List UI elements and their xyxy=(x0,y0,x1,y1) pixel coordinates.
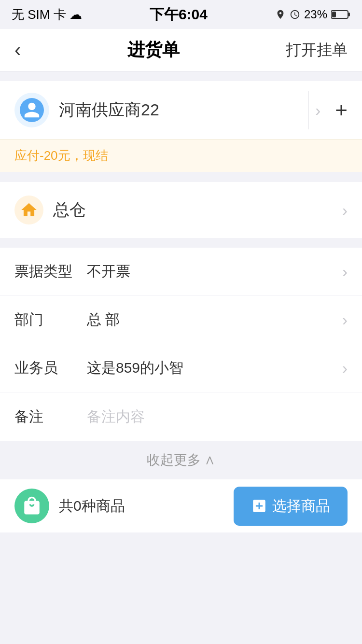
divider-1 xyxy=(0,172,362,182)
remarks-label: 备注 xyxy=(14,407,87,427)
supplier-avatar xyxy=(14,93,49,127)
page-title: 进货单 xyxy=(127,38,180,62)
supplier-chevron-icon: › xyxy=(315,101,320,120)
supplier-avatar-icon xyxy=(20,98,44,122)
select-product-button[interactable]: 选择商品 xyxy=(234,487,348,526)
invoice-type-row[interactable]: 票据类型 不开票 › xyxy=(0,248,362,296)
battery-text: 23% xyxy=(304,8,327,21)
notice-banner: 应付-20元，现结 xyxy=(0,139,362,172)
remarks-row[interactable]: 备注 备注内容 xyxy=(0,392,362,441)
nav-bar: ‹ 进货单 打开挂单 xyxy=(0,29,362,71)
location-icon xyxy=(275,9,286,20)
select-product-label: 选择商品 xyxy=(272,496,330,516)
warehouse-label: 总仓 xyxy=(53,199,342,221)
product-icon-wrap xyxy=(14,489,49,523)
svg-rect-1 xyxy=(348,13,350,16)
supplier-divider xyxy=(308,91,309,129)
shopping-bag-icon xyxy=(22,496,42,516)
invoice-type-chevron: › xyxy=(342,262,348,281)
top-divider xyxy=(0,71,362,81)
collapse-label: 收起更多 ∧ xyxy=(147,451,216,469)
remarks-input[interactable]: 备注内容 xyxy=(87,407,348,427)
sim-label: 无 SIM 卡 ☁ xyxy=(12,6,82,23)
warehouse-section[interactable]: 总仓 › xyxy=(0,182,362,238)
supplier-row[interactable]: 河南供应商22 › + xyxy=(0,81,362,139)
product-bar: 共0种商品 选择商品 xyxy=(0,479,362,532)
department-row[interactable]: 部门 总 部 › xyxy=(0,296,362,344)
person-icon xyxy=(23,101,41,119)
status-bar: 无 SIM 卡 ☁ 下午6:04 23% xyxy=(0,0,362,29)
open-pending-button[interactable]: 打开挂单 xyxy=(286,40,348,61)
salesperson-label: 业务员 xyxy=(14,358,87,378)
status-time: 下午6:04 xyxy=(150,5,208,25)
status-right: 23% xyxy=(275,8,350,21)
notice-text: 应付-20元，现结 xyxy=(14,148,108,163)
salesperson-value: 这是859的小智 xyxy=(87,358,342,378)
warehouse-icon xyxy=(20,201,38,219)
salesperson-chevron: › xyxy=(342,359,348,378)
add-supplier-button[interactable]: + xyxy=(335,98,348,122)
warehouse-row[interactable]: 总仓 › xyxy=(0,182,362,238)
supplier-name: 河南供应商22 xyxy=(59,99,315,121)
svg-rect-2 xyxy=(332,12,336,17)
form-section: 票据类型 不开票 › 部门 总 部 › 业务员 这是859的小智 › 备注 备注… xyxy=(0,248,362,441)
page-background xyxy=(0,532,362,644)
back-button[interactable]: ‹ xyxy=(14,39,21,61)
collapse-button[interactable]: 收起更多 ∧ xyxy=(0,441,362,479)
clock-icon xyxy=(290,9,300,20)
warehouse-icon-wrap xyxy=(14,196,43,224)
salesperson-row[interactable]: 业务员 这是859的小智 › xyxy=(0,344,362,392)
invoice-type-label: 票据类型 xyxy=(14,262,87,281)
supplier-section: 河南供应商22 › + 应付-20元，现结 xyxy=(0,81,362,172)
department-value: 总 部 xyxy=(87,310,342,330)
department-label: 部门 xyxy=(14,310,87,330)
product-count-text: 共0种商品 xyxy=(59,496,234,516)
status-left: 无 SIM 卡 ☁ xyxy=(12,6,82,23)
department-chevron: › xyxy=(342,310,348,329)
warehouse-chevron-icon: › xyxy=(342,201,348,220)
battery-icon xyxy=(331,10,350,19)
invoice-type-value: 不开票 xyxy=(87,262,342,281)
select-product-icon xyxy=(251,498,267,514)
